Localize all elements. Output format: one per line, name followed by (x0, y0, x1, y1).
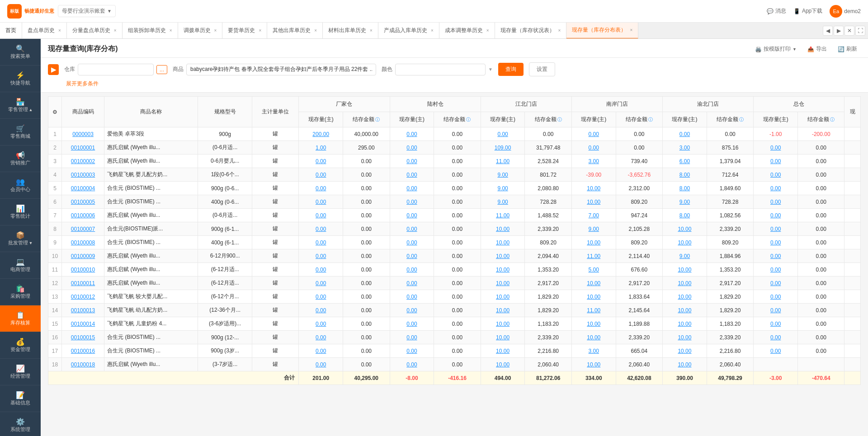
row-w2-qty[interactable]: 0.00 (390, 155, 434, 168)
row-w5-qty[interactable]: 10.00 (663, 304, 707, 317)
sidebar-item-retail-mgmt[interactable]: 🏪 零售管理▲ (0, 92, 41, 119)
tab-prev-btn[interactable]: ◀ (823, 26, 833, 36)
row-w4-qty[interactable]: 10.00 (571, 277, 616, 290)
tab-close-icon[interactable]: × (314, 28, 317, 33)
color-input[interactable] (395, 64, 486, 75)
row-w4-qty[interactable]: 0.00 (571, 141, 616, 155)
row-w1-qty[interactable]: 0.00 (299, 263, 343, 277)
sidebar-item-search[interactable]: 🔍 搜索英单 (0, 39, 41, 66)
row-w1-qty[interactable]: 0.00 (299, 236, 343, 249)
row-w4-qty[interactable]: 5.00 (571, 263, 616, 277)
row-w1-qty[interactable]: 0.00 (299, 304, 343, 317)
row-w5-qty[interactable]: 10.00 (663, 236, 707, 249)
row-w5-qty[interactable]: 10.00 (663, 317, 707, 331)
app-download-btn[interactable]: 📱 App下载 (793, 7, 822, 15)
tab-close-icon[interactable]: × (630, 28, 632, 33)
tab-cost-adjust[interactable]: 成本调整单历史 × (439, 23, 495, 39)
sidebar-item-marketing[interactable]: 📢 营销推广 (0, 145, 41, 172)
row-w2-qty[interactable]: 0.00 (390, 317, 434, 331)
row-w5-qty[interactable]: 3.00 (663, 141, 707, 155)
sidebar-item-member[interactable]: 👥 会员中心 (0, 172, 41, 199)
sidebar-item-wholesale[interactable]: 📦 批发管理▼ (0, 225, 41, 252)
collapse-btn[interactable]: ▶ (48, 64, 59, 75)
tab-close-icon[interactable]: × (431, 28, 434, 33)
sidebar-item-basic[interactable]: 📝 基础信息 (0, 385, 41, 412)
print-btn[interactable]: 🖨️ 按模版打印 ▼ (751, 43, 800, 55)
row-w2-qty[interactable]: 0.00 (390, 141, 434, 155)
row-t-qty[interactable]: 0.00 (754, 168, 798, 182)
sidebar-item-business[interactable]: 📈 经营管理 (0, 359, 41, 385)
row-w2-qty[interactable]: 0.00 (390, 168, 434, 182)
row-w2-qty[interactable]: 0.00 (390, 331, 434, 344)
row-w3-qty[interactable]: 9.00 (481, 182, 525, 195)
row-w1-qty[interactable]: 0.00 (299, 168, 343, 182)
export-btn[interactable]: 📤 导出 (804, 43, 830, 55)
row-w4-qty[interactable]: 10.00 (571, 236, 616, 249)
row-t-qty[interactable]: 0.00 (754, 222, 798, 236)
tab-close-icon[interactable]: × (259, 28, 261, 33)
tab-close-all-btn[interactable]: ✕ (844, 26, 854, 36)
row-w2-qty[interactable]: 0.00 (390, 277, 434, 290)
row-w2-qty[interactable]: 0.00 (390, 358, 434, 371)
row-w1-qty[interactable]: 0.00 (299, 249, 343, 263)
row-t-qty[interactable]: 0.00 (754, 209, 798, 222)
tab-close-icon[interactable]: × (114, 28, 117, 33)
row-w1-qty[interactable]: 1.00 (299, 141, 343, 155)
warehouse-input[interactable] (78, 64, 154, 75)
message-btn[interactable]: 💬 消息 (767, 7, 786, 15)
row-t-qty[interactable]: 0.00 (754, 290, 798, 304)
row-w5-qty[interactable]: 10.00 (663, 331, 707, 344)
sidebar-item-purchase[interactable]: 🛍️ 采购管理 (0, 279, 41, 305)
row-t-qty[interactable]: 0.00 (754, 195, 798, 209)
sidebar-item-finance[interactable]: 💰 资金管理 (0, 332, 41, 359)
tab-other-out[interactable]: 其他出库单历史 × (267, 23, 323, 39)
w2-amt-info-icon[interactable]: ⓘ (466, 117, 471, 122)
row-t-qty[interactable]: 0.00 (754, 277, 798, 290)
query-btn[interactable]: 查询 (498, 63, 524, 76)
w1-amt-info-icon[interactable]: ⓘ (375, 117, 380, 122)
row-w3-qty[interactable]: 10.00 (481, 277, 525, 290)
row-w2-qty[interactable]: 0.00 (390, 195, 434, 209)
row-t-qty[interactable]: 0.00 (754, 182, 798, 195)
row-t-qty[interactable]: 0.00 (754, 317, 798, 331)
tab-stock-status[interactable]: 现存量（库存状况表） × (495, 23, 567, 39)
row-w3-qty[interactable]: 11.00 (481, 155, 525, 168)
row-t-qty[interactable]: 0.00 (754, 155, 798, 168)
row-w4-qty[interactable]: 10.00 (571, 331, 616, 344)
row-w2-qty[interactable]: 0.00 (390, 236, 434, 249)
tab-close-icon[interactable]: × (558, 28, 561, 33)
row-w3-qty[interactable]: 9.00 (481, 168, 525, 182)
row-w4-qty[interactable]: 3.00 (571, 155, 616, 168)
row-w5-qty[interactable]: 0.00 (663, 127, 707, 141)
sidebar-item-ecommerce[interactable]: 💻 电商管理 (0, 252, 41, 279)
row-w4-qty[interactable]: 11.00 (571, 249, 616, 263)
row-w3-qty[interactable]: 10.00 (481, 304, 525, 317)
row-t-qty[interactable]: 0.00 (754, 331, 798, 344)
row-t-qty[interactable]: -1.00 (754, 127, 798, 141)
tab-close-icon[interactable]: × (486, 28, 489, 33)
row-t-qty[interactable]: 0.00 (754, 249, 798, 263)
row-w3-qty[interactable]: 10.00 (481, 249, 525, 263)
tab-close-icon[interactable]: × (170, 28, 172, 33)
row-w3-qty[interactable]: 9.00 (481, 195, 525, 209)
row-w2-qty[interactable]: 0.00 (390, 127, 434, 141)
row-t-qty[interactable]: 0.00 (754, 236, 798, 249)
row-w4-qty[interactable]: 3.00 (571, 344, 616, 358)
row-w5-qty[interactable]: 10.00 (663, 358, 707, 371)
row-w2-qty[interactable]: 0.00 (390, 209, 434, 222)
tab-inventory-single[interactable]: 盘点单历史 × (22, 23, 67, 39)
row-t-qty[interactable]: 0.00 (754, 304, 798, 317)
row-w5-qty[interactable]: 6.00 (663, 155, 707, 168)
tab-fullscreen-btn[interactable]: ⛶ (855, 26, 865, 36)
tab-close-icon[interactable]: × (214, 28, 217, 33)
row-w1-qty[interactable]: 0.00 (299, 222, 343, 236)
row-w5-qty[interactable]: 10.00 (663, 277, 707, 290)
row-w1-qty[interactable]: 0.00 (299, 331, 343, 344)
sidebar-item-retail-stats[interactable]: 📊 零售统计 (0, 199, 41, 225)
tab-purchase-goods[interactable]: 要货单历史 × (222, 23, 267, 39)
tab-combo[interactable]: 组装拆卸单历史 × (123, 23, 178, 39)
tab-inventory-sub[interactable]: 分量盘点单历史 × (67, 23, 123, 39)
row-t-qty[interactable]: 0.00 (754, 141, 798, 155)
goods-input[interactable] (186, 64, 376, 75)
row-w2-qty[interactable]: 0.00 (390, 263, 434, 277)
